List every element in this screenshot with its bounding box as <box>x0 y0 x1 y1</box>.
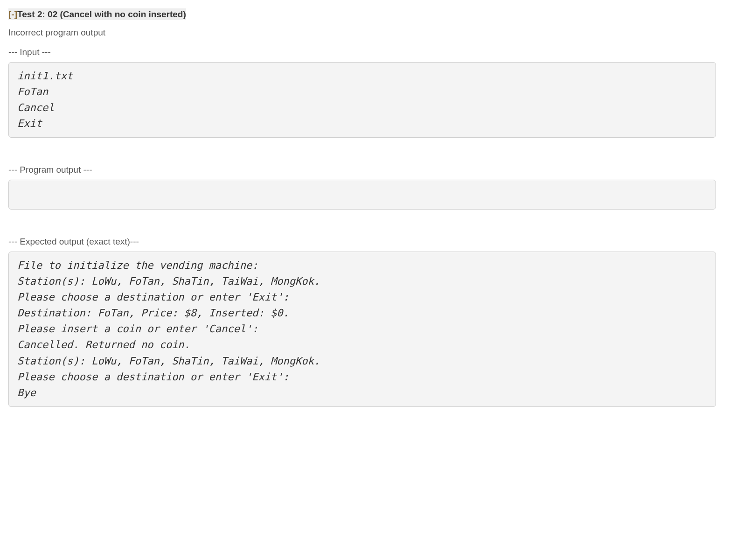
test-header: [-]Test 2: 02 (Cancel with no coin inser… <box>8 8 716 21</box>
program-output-label: --- Program output --- <box>8 165 716 175</box>
input-box: init1.txt FoTan Cancel Exit <box>8 62 716 138</box>
test-title: Test 2: 02 (Cancel with no coin inserted… <box>17 8 186 20</box>
collapse-toggle[interactable]: [-] <box>8 8 17 20</box>
input-label: --- Input --- <box>8 47 716 57</box>
expected-output-box: File to initialize the vending machine: … <box>8 252 716 407</box>
expected-output-label: --- Expected output (exact text)--- <box>8 237 716 247</box>
status-line: Incorrect program output <box>8 28 716 38</box>
program-output-box <box>8 180 716 210</box>
